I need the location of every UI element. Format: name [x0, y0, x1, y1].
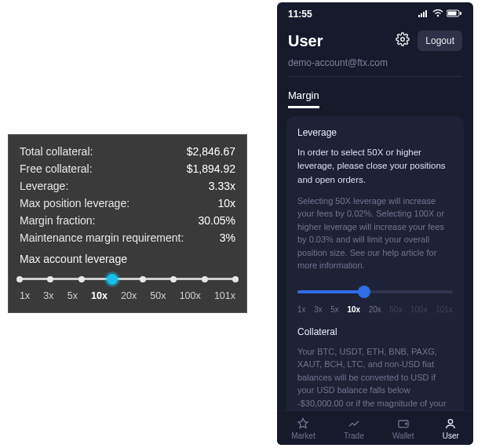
leverage-slider[interactable]: [297, 283, 453, 300]
slider-tick[interactable]: [47, 276, 53, 282]
slider-mark: 1x: [297, 305, 306, 314]
mobile-screen: 11:55 User Logout demo-account@ftx.com M…: [277, 2, 473, 445]
slider-tick[interactable]: [202, 276, 208, 282]
slider-mark: 100x: [410, 305, 428, 314]
stat-row: Maintenance margin requirement: 3%: [20, 229, 235, 246]
stat-row: Max position leverage: 10x: [20, 195, 235, 212]
slider-mark: 101x: [436, 305, 453, 314]
gear-icon[interactable]: [396, 32, 410, 49]
nav-wallet[interactable]: Wallet: [392, 417, 414, 440]
content-scroll[interactable]: Leverage In order to select 50X or highe…: [277, 108, 473, 410]
stat-row: Leverage: 3.33x: [20, 177, 235, 195]
leverage-label: Leverage:: [20, 180, 68, 192]
slider-mark: 20x: [121, 290, 137, 301]
slider-tick[interactable]: [232, 276, 239, 282]
stat-row: Total collateral: $2,846.67: [20, 143, 235, 160]
slider-tick[interactable]: [170, 276, 177, 282]
logout-button[interactable]: Logout: [418, 31, 462, 51]
slider-mark: 100x: [180, 290, 201, 301]
svg-point-8: [401, 38, 405, 42]
slider-tick[interactable]: [16, 276, 23, 282]
slider-mark: 5x: [330, 305, 339, 314]
slider-mark: 1x: [20, 290, 30, 301]
nav-label: Wallet: [392, 432, 414, 440]
collateral-title: Collateral: [297, 326, 453, 337]
svg-rect-3: [425, 10, 427, 17]
status-icons: [418, 9, 462, 20]
battery-icon: [447, 9, 462, 20]
max-position-leverage-label: Max position leverage:: [20, 197, 129, 209]
slider-thumb[interactable]: [107, 274, 118, 285]
mmr-value: 3%: [220, 231, 235, 244]
nav-label: User: [443, 432, 459, 440]
leverage-details: Selecting 50X leverage will increase you…: [297, 195, 453, 272]
total-collateral-label: Total collateral:: [20, 145, 93, 158]
leverage-card: Leverage In order to select 50X or highe…: [286, 116, 464, 410]
leverage-slider-labels: 1x 3x 5x 10x 20x 50x 100x 101x: [297, 305, 453, 314]
status-time: 11:55: [288, 9, 312, 20]
bottom-nav: Market Trade Wallet User: [277, 410, 473, 445]
max-account-leverage-title: Max account leverage: [20, 253, 235, 265]
slider-mark: 20x: [369, 305, 381, 314]
account-margin-panel: Total collateral: $2,846.67 Free collate…: [8, 134, 247, 313]
trade-icon: [348, 417, 360, 430]
slider-fill: [297, 290, 364, 293]
slider-mark: 101x: [214, 290, 235, 301]
stat-row: Free collateral: $1,894.92: [20, 160, 235, 177]
nav-user[interactable]: User: [443, 417, 459, 440]
leverage-warning: In order to select 50X or higher leverag…: [297, 146, 453, 187]
slider-mark: 5x: [67, 290, 78, 301]
tabs: Margin: [277, 77, 473, 108]
margin-fraction-label: Margin fraction:: [20, 214, 95, 227]
slider-mark: 50x: [150, 290, 166, 301]
tab-margin[interactable]: Margin: [288, 89, 319, 108]
status-bar: 11:55: [277, 2, 473, 23]
mmr-label: Maintenance margin requirement:: [20, 231, 184, 244]
max-position-leverage-value: 10x: [217, 197, 235, 209]
svg-point-11: [449, 420, 453, 424]
slider-mark: 3x: [314, 305, 323, 314]
signal-icon: [418, 9, 429, 20]
slider-mark: 3x: [43, 290, 53, 301]
svg-rect-2: [423, 12, 425, 17]
free-collateral-label: Free collateral:: [20, 162, 93, 175]
nav-market[interactable]: Market: [291, 417, 315, 440]
wallet-icon: [397, 417, 410, 430]
slider-mark: 10x: [347, 305, 360, 314]
svg-rect-6: [448, 12, 457, 16]
total-collateral-value: $2,846.67: [187, 145, 235, 158]
leverage-title: Leverage: [297, 127, 453, 138]
page-title: User: [288, 32, 323, 50]
leverage-value: 3.33x: [209, 180, 235, 192]
market-icon: [297, 417, 309, 430]
collateral-text: Your BTC, USDT, ETH, BNB, PAXG, XAUT, BC…: [297, 345, 453, 410]
margin-fraction-value: 30.05%: [199, 214, 235, 227]
nav-label: Market: [291, 432, 315, 440]
slider-labels: 1x 3x 5x 10x 20x 50x 100x 101x: [20, 290, 235, 301]
nav-trade[interactable]: Trade: [344, 417, 364, 440]
max-account-leverage-slider[interactable]: [20, 271, 235, 287]
slider-tick[interactable]: [78, 276, 85, 282]
svg-point-10: [405, 424, 407, 425]
svg-rect-1: [421, 13, 422, 17]
svg-rect-0: [418, 15, 420, 17]
account-email: demo-account@ftx.com: [277, 56, 473, 76]
slider-mark: 50x: [389, 305, 402, 314]
page-header: User Logout: [277, 23, 473, 56]
wifi-icon: [432, 9, 443, 20]
stat-row: Margin fraction: 30.05%: [20, 212, 235, 229]
svg-point-4: [437, 15, 439, 17]
slider-tick[interactable]: [140, 276, 146, 282]
slider-mark: 10x: [91, 290, 108, 301]
free-collateral-value: $1,894.92: [187, 162, 235, 175]
nav-label: Trade: [344, 432, 364, 440]
slider-thumb[interactable]: [358, 286, 370, 298]
user-icon: [444, 417, 457, 430]
svg-rect-7: [460, 12, 461, 15]
